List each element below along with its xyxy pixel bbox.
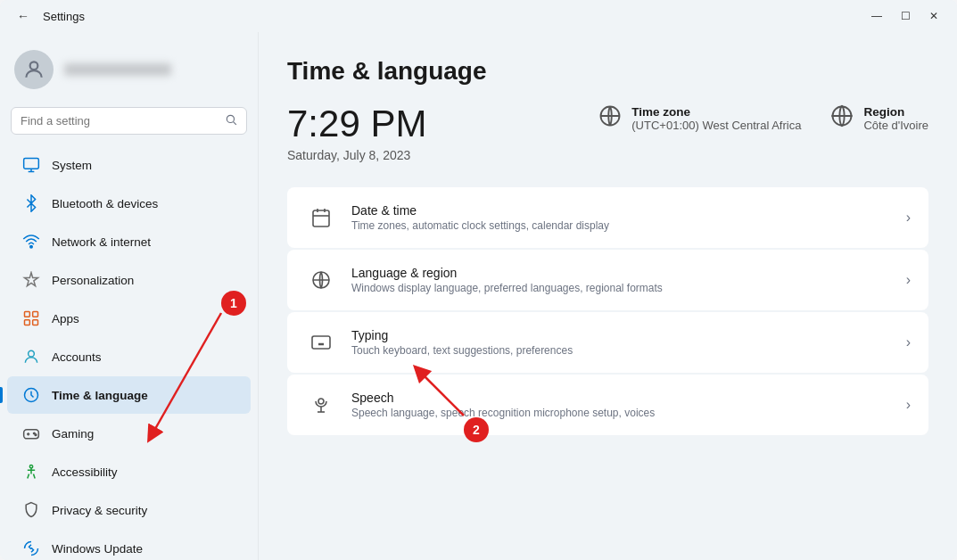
sidebar-item-bluetooth-label: Bluetooth & devices	[52, 197, 158, 210]
language-region-desc: Windows display language, preferred lang…	[351, 282, 906, 294]
sidebar: System Bluetooth & devices	[0, 32, 259, 560]
timezone-text: Time zone (UTC+01:00) West Central Afric…	[631, 105, 801, 132]
time-info: Time zone (UTC+01:00) West Central Afric…	[598, 103, 928, 134]
svg-line-21	[28, 474, 29, 479]
settings-item-language-region[interactable]: Language & region Windows display langua…	[287, 250, 928, 310]
region-label: Region	[863, 105, 928, 119]
content-wrapper: Time & language 7:29 PM Saturday, July 8…	[259, 32, 957, 560]
search-input[interactable]	[21, 114, 218, 128]
search-box[interactable]	[11, 107, 247, 135]
date-time-title: Date & time	[351, 203, 906, 218]
titlebar-controls: — ☐ ✕	[864, 7, 946, 25]
speech-text: Speech Speech language, speech recogniti…	[351, 391, 906, 419]
timezone-label: Time zone	[631, 105, 801, 119]
date-time-desc: Time zones, automatic clock settings, ca…	[351, 219, 906, 232]
current-time: 7:29 PM	[287, 103, 598, 144]
speech-title: Speech	[351, 391, 906, 405]
svg-rect-7	[25, 312, 30, 317]
sidebar-item-bluetooth[interactable]: Bluetooth & devices	[7, 185, 251, 222]
region-value: Côte d'Ivoire	[863, 119, 928, 132]
svg-rect-26	[313, 210, 329, 226]
sidebar-item-gaming[interactable]: Gaming	[7, 415, 251, 452]
svg-rect-9	[25, 320, 30, 325]
user-profile	[0, 39, 258, 103]
avatar	[14, 50, 54, 89]
settings-item-date-time[interactable]: Date & time Time zones, automatic clock …	[287, 187, 928, 248]
language-region-chevron: ›	[906, 272, 911, 288]
settings-list: Date & time Time zones, automatic clock …	[287, 187, 928, 435]
gaming-icon	[21, 424, 41, 443]
sidebar-item-accessibility[interactable]: Accessibility	[7, 453, 251, 490]
bluetooth-icon	[21, 194, 41, 213]
page-title: Time & language	[287, 57, 928, 86]
sidebar-item-privacy[interactable]: Privacy & security	[7, 491, 251, 529]
sidebar-item-personalization-label: Personalization	[52, 274, 134, 287]
privacy-icon	[21, 500, 41, 520]
sidebar-item-accessibility-label: Accessibility	[52, 465, 118, 479]
titlebar: ← Settings — ☐ ✕	[0, 0, 957, 32]
sidebar-item-accounts[interactable]: Accounts	[7, 338, 251, 375]
apps-icon	[21, 309, 41, 328]
svg-point-17	[35, 434, 37, 436]
typing-title: Typing	[351, 328, 906, 342]
sidebar-item-system[interactable]: System	[7, 146, 251, 184]
sidebar-item-gaming-label: Gaming	[52, 427, 94, 441]
settings-item-speech[interactable]: Speech Speech language, speech recogniti…	[287, 375, 928, 435]
speech-desc: Speech language, speech recognition micr…	[351, 407, 906, 419]
svg-rect-10	[33, 320, 38, 325]
main-content: System Bluetooth & devices	[0, 32, 957, 560]
svg-rect-3	[24, 159, 39, 169]
time-header: 7:29 PM Saturday, July 8, 2023	[287, 103, 928, 162]
language-region-title: Language & region	[351, 266, 906, 280]
sidebar-item-apps-label: Apps	[52, 312, 79, 325]
sidebar-item-time-language[interactable]: Time & language	[7, 376, 251, 414]
titlebar-left: ← Settings	[11, 4, 864, 29]
svg-line-2	[234, 122, 236, 125]
svg-point-1	[227, 115, 234, 122]
timezone-info: Time zone (UTC+01:00) West Central Afric…	[598, 103, 801, 134]
time-display: 7:29 PM Saturday, July 8, 2023	[287, 103, 598, 162]
svg-point-11	[29, 350, 35, 357]
current-date: Saturday, July 8, 2023	[287, 148, 598, 162]
typing-text: Typing Touch keyboard, text suggestions,…	[351, 328, 906, 357]
time-language-icon	[21, 385, 41, 405]
svg-point-18	[29, 465, 32, 468]
close-button[interactable]: ✕	[921, 7, 946, 25]
timezone-value: (UTC+01:00) West Central Africa	[631, 119, 801, 132]
typing-chevron: ›	[906, 334, 911, 350]
network-icon	[21, 232, 41, 251]
sidebar-item-privacy-label: Privacy & security	[52, 504, 147, 517]
svg-point-6	[30, 246, 33, 249]
region-icon	[829, 103, 854, 134]
sidebar-item-network-label: Network & internet	[52, 235, 151, 249]
user-name	[64, 63, 171, 76]
speech-chevron: ›	[906, 397, 911, 413]
settings-item-typing[interactable]: Typing Touch keyboard, text suggestions,…	[287, 312, 928, 373]
date-time-chevron: ›	[906, 210, 911, 226]
language-region-icon	[305, 264, 337, 296]
svg-point-39	[318, 399, 324, 404]
speech-icon	[305, 389, 337, 421]
language-region-text: Language & region Windows display langua…	[351, 266, 906, 294]
minimize-button[interactable]: —	[864, 7, 889, 25]
back-button[interactable]: ←	[11, 4, 36, 29]
search-icon	[225, 113, 237, 128]
sidebar-item-apps[interactable]: Apps	[7, 300, 251, 337]
region-info: Region Côte d'Ivoire	[829, 103, 928, 134]
timezone-icon	[598, 103, 623, 134]
titlebar-title: Settings	[43, 10, 85, 23]
personalization-icon	[21, 270, 41, 290]
sidebar-item-network[interactable]: Network & internet	[7, 223, 251, 260]
sidebar-item-windows-update[interactable]: Windows Update	[7, 530, 251, 560]
sidebar-item-personalization[interactable]: Personalization	[7, 261, 251, 299]
maximize-button[interactable]: ☐	[893, 7, 918, 25]
accessibility-icon	[21, 462, 41, 482]
nav-list: System Bluetooth & devices	[0, 145, 258, 560]
sidebar-item-time-language-label: Time & language	[52, 389, 148, 402]
sidebar-wrapper: System Bluetooth & devices	[0, 32, 259, 560]
sidebar-item-system-label: System	[52, 159, 92, 172]
content-area: Time & language 7:29 PM Saturday, July 8…	[259, 32, 957, 460]
sidebar-item-windows-update-label: Windows Update	[52, 542, 143, 556]
date-time-icon	[305, 202, 337, 234]
sidebar-item-accounts-label: Accounts	[52, 350, 102, 364]
